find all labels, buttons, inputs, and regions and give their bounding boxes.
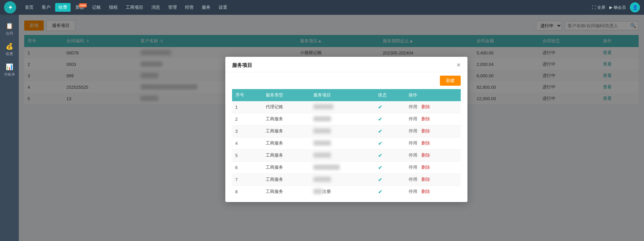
nav-menu: 首页 客户 收费 票据 new 记账 报税 工商项目 消息 管理 经营 服务 设… bbox=[22, 3, 592, 12]
nav-customer[interactable]: 客户 bbox=[38, 3, 54, 12]
reconcile-icon: 📊 bbox=[6, 63, 13, 71]
modal-new-button[interactable]: 新建 bbox=[440, 75, 461, 85]
nav-operation[interactable]: 经营 bbox=[182, 3, 197, 12]
service-items-table: 序号 服务类型 服务项目 状态 操作 1 代理记账 服务项目1 ✔ 停用 bbox=[232, 89, 461, 110]
new-badge: new bbox=[79, 3, 87, 7]
nav-fee[interactable]: 收费 bbox=[55, 3, 71, 12]
fullscreen-button[interactable]: ⛶ 全屏 bbox=[592, 5, 605, 10]
modal-cell-action: 停用 删除 bbox=[405, 101, 461, 110]
modal-cell-seq: 1 bbox=[232, 101, 263, 110]
fullscreen-label: 全屏 bbox=[597, 5, 605, 10]
avatar[interactable]: 👤 bbox=[630, 2, 640, 12]
modal-col-item: 服务项目 bbox=[310, 89, 375, 101]
modal-header: 服务项目 ✕ bbox=[225, 56, 467, 72]
modal-col-type: 服务类型 bbox=[262, 89, 310, 101]
modal-table-header-row: 序号 服务类型 服务项目 状态 操作 bbox=[232, 89, 461, 101]
nav-manage[interactable]: 管理 bbox=[165, 3, 180, 12]
delete-button[interactable]: 删除 bbox=[421, 104, 430, 109]
nav-home[interactable]: 首页 bbox=[22, 3, 37, 12]
member-label: 畅会员 bbox=[614, 5, 626, 10]
modal-col-action: 操作 bbox=[405, 89, 461, 101]
app-logo: ✦ bbox=[4, 1, 16, 13]
top-navigation: ✦ 首页 客户 收费 票据 new 记账 报税 工商项目 消息 管理 经营 服务… bbox=[0, 0, 644, 15]
modal-body: 序号 服务类型 服务项目 状态 操作 1 代理记账 服务项目1 ✔ 停用 bbox=[225, 89, 467, 110]
nav-business-project[interactable]: 工商项目 bbox=[122, 3, 147, 12]
sidebar-item-reconcile[interactable]: 📊 对账单 bbox=[0, 60, 19, 80]
status-check-icon: ✔ bbox=[378, 104, 382, 110]
service-item-modal: 服务项目 ✕ 新建 序号 服务类型 服务项目 状态 操作 1 bbox=[225, 56, 467, 110]
contract-icon: 📋 bbox=[6, 22, 13, 30]
fullscreen-icon: ⛶ bbox=[592, 5, 596, 10]
modal-toolbar: 新建 bbox=[225, 72, 467, 89]
nav-service[interactable]: 服务 bbox=[198, 3, 214, 12]
sidebar-item-fee[interactable]: 💰 收费 bbox=[0, 39, 19, 60]
sidebar-label-fee: 收费 bbox=[6, 51, 13, 56]
modal-col-status: 状态 bbox=[375, 89, 405, 101]
sidebar-label-contract: 合同 bbox=[6, 31, 13, 36]
modal-col-seq: 序号 bbox=[232, 89, 263, 101]
nav-settings[interactable]: 设置 bbox=[215, 3, 231, 12]
modal-title: 服务项目 bbox=[232, 62, 252, 68]
modal-close-button[interactable]: ✕ bbox=[456, 63, 461, 68]
modal-table-row: 1 代理记账 服务项目1 ✔ 停用 删除 bbox=[232, 101, 461, 110]
play-icon: ▶ bbox=[609, 5, 612, 10]
nav-right-area: ⛶ 全屏 ▶ 畅会员 👤 bbox=[592, 2, 640, 12]
stop-button[interactable]: 停用 bbox=[409, 104, 417, 109]
member-button[interactable]: ▶ 畅会员 bbox=[609, 5, 626, 10]
modal-cell-item: 服务项目1 bbox=[310, 101, 375, 110]
nav-invoice[interactable]: 票据 new bbox=[72, 3, 87, 12]
modal-cell-type: 代理记账 bbox=[262, 101, 310, 110]
sidebar: 📋 合同 💰 收费 📊 对账单 bbox=[0, 15, 19, 110]
nav-bookkeeping[interactable]: 记账 bbox=[89, 3, 104, 12]
nav-message[interactable]: 消息 bbox=[148, 3, 163, 12]
sidebar-label-reconcile: 对账单 bbox=[4, 72, 15, 77]
modal-cell-status: ✔ bbox=[375, 101, 405, 110]
sidebar-item-contract[interactable]: 📋 合同 bbox=[0, 19, 19, 39]
fee-icon: 💰 bbox=[6, 43, 13, 50]
modal-table-scroll[interactable]: 序号 服务类型 服务项目 状态 操作 1 代理记账 服务项目1 ✔ 停用 bbox=[232, 89, 461, 110]
nav-tax[interactable]: 报税 bbox=[106, 3, 121, 12]
